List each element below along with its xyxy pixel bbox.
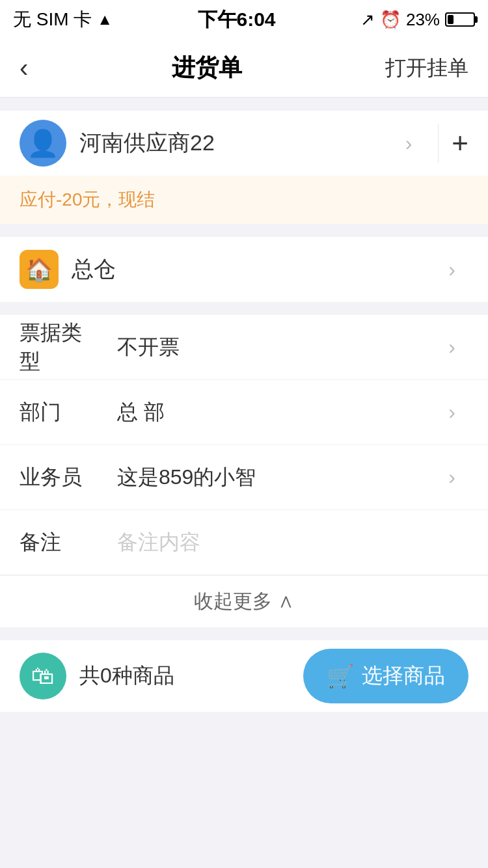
gap3: [0, 302, 488, 315]
note-label: 备注: [20, 528, 98, 557]
gap2: [0, 224, 488, 237]
form-section: 票据类型 不开票 › 部门 总 部 › 业务员 这是859的小智 › 备注 备注…: [0, 315, 488, 627]
note-row[interactable]: 备注 备注内容: [0, 510, 488, 575]
warehouse-icon: 🏠: [25, 256, 53, 282]
page-container: 无 SIM 卡 ▲ 下午6:04 ↗ ⏰ 23% ‹ 进货单 打开挂单 👤 河南…: [0, 0, 488, 868]
supplier-chevron-icon: ›: [405, 131, 413, 156]
battery-icon: [445, 12, 475, 27]
invoice-row[interactable]: 票据类型 不开票 ›: [0, 315, 488, 380]
department-chevron-icon: ›: [448, 400, 455, 424]
supplier-name: 河南供应商22: [79, 128, 405, 158]
staff-label: 业务员: [20, 463, 98, 492]
product-row: 🛍 共0种商品 🛒 选择商品: [0, 640, 488, 712]
product-icon-wrap: 🛍: [20, 653, 66, 699]
select-product-button[interactable]: 🛒 选择商品: [303, 649, 468, 703]
warehouse-row[interactable]: 🏠 总仓 ›: [0, 237, 488, 302]
page-title: 进货单: [172, 52, 242, 84]
notice-bar: 应付-20元，现结: [0, 176, 488, 224]
wifi-icon: ▲: [97, 10, 113, 29]
product-count: 共0种商品: [79, 662, 303, 690]
back-button[interactable]: ‹: [20, 53, 28, 83]
alarm-icon: ⏰: [380, 10, 401, 30]
supplier-section: 👤 河南供应商22 › + 应付-20元，现结: [0, 111, 488, 224]
department-label: 部门: [20, 398, 98, 427]
invoice-chevron-icon: ›: [448, 335, 455, 359]
supplier-avatar: 👤: [20, 120, 66, 167]
warehouse-icon-wrap: 🏠: [20, 250, 59, 289]
location-icon: ↗: [360, 10, 375, 30]
status-time: 下午6:04: [198, 7, 276, 33]
staff-row[interactable]: 业务员 这是859的小智 ›: [0, 445, 488, 510]
divider: [438, 124, 439, 163]
notice-text: 应付-20元，现结: [20, 189, 155, 210]
product-bag-icon: 🛍: [31, 662, 55, 690]
department-row[interactable]: 部门 总 部 ›: [0, 380, 488, 445]
status-bar: 无 SIM 卡 ▲ 下午6:04 ↗ ⏰ 23%: [0, 0, 488, 39]
staff-chevron-icon: ›: [448, 465, 455, 489]
nav-bar: ‹ 进货单 打开挂单: [0, 39, 488, 98]
collapse-label: 收起更多 ∧: [194, 588, 293, 615]
carrier-text: 无 SIM 卡: [13, 7, 92, 32]
person-icon: 👤: [27, 128, 59, 159]
warehouse-chevron-icon: ›: [448, 258, 455, 282]
invoice-value: 不开票: [98, 333, 448, 362]
add-supplier-button[interactable]: +: [452, 127, 468, 159]
gap1: [0, 98, 488, 111]
warehouse-name: 总仓: [72, 254, 448, 284]
battery-percent: 23%: [406, 10, 440, 30]
status-right: ↗ ⏰ 23%: [360, 10, 475, 30]
open-pending-button[interactable]: 打开挂单: [385, 54, 468, 83]
invoice-label: 票据类型: [20, 319, 98, 376]
warehouse-section: 🏠 总仓 ›: [0, 237, 488, 302]
cart-icon: 🛒: [327, 663, 354, 689]
select-product-label: 选择商品: [362, 662, 445, 690]
staff-value: 这是859的小智: [98, 463, 448, 492]
department-value: 总 部: [98, 398, 448, 427]
note-input[interactable]: 备注内容: [98, 528, 468, 557]
collapse-bar[interactable]: 收起更多 ∧: [0, 575, 488, 627]
supplier-row[interactable]: 👤 河南供应商22 › +: [0, 111, 488, 176]
status-left: 无 SIM 卡 ▲: [13, 7, 113, 32]
